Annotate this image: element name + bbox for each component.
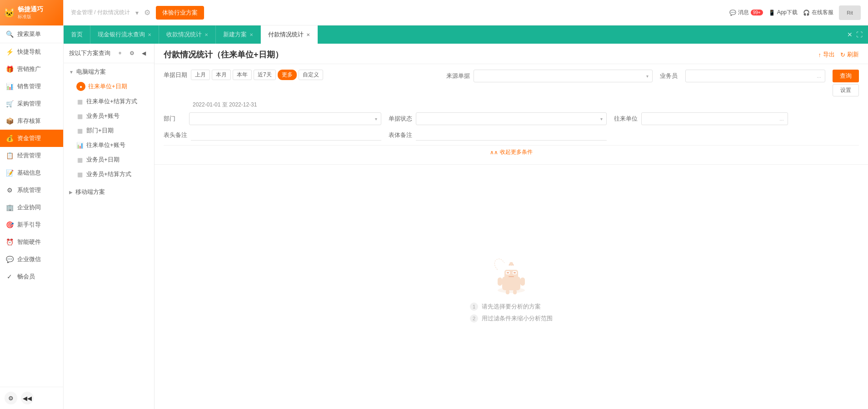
message-icon: 💬 (729, 10, 736, 16)
search-icon: 🔍 (5, 30, 14, 38)
scheme-item-salesperson-date[interactable]: ▦ 业务员+日期 (64, 152, 154, 167)
date-btn-this-year[interactable]: 本年 (233, 70, 252, 80)
sidebar-marketing-label: 营销推广 (17, 65, 41, 73)
sidebar-item-wechat[interactable]: 💬 企业微信 (0, 251, 63, 268)
header-note-input[interactable] (191, 130, 381, 141)
tab-new-scheme-close[interactable]: ✕ (249, 32, 253, 37)
sidebar-item-inventory[interactable]: 📦 库存核算 (0, 112, 63, 130)
date-filter-label: 单据日期 (164, 71, 187, 79)
active-scheme-indicator: ● (76, 82, 85, 91)
tab-receivable[interactable]: 收款情况统计 ✕ (159, 25, 216, 44)
online-service-btn[interactable]: 🎧 在线客服 (803, 9, 833, 16)
dept-select[interactable]: ▾ (189, 112, 381, 125)
sidebar-item-vip[interactable]: ✓ 畅会员 (0, 268, 63, 285)
source-select-arrow: ▾ (646, 74, 649, 79)
filter-area: 单据日期 上月 本月 本年 近7天 更多 自定义 来源单据 (155, 64, 868, 165)
settings-footer-icon[interactable]: ⚙ (5, 392, 17, 404)
scheme-counterpart-date-label: 往来单位+日期 (88, 82, 127, 91)
sidebar-guide-label: 新手引导 (17, 221, 41, 229)
source-filter: 来源单据 ▾ (446, 70, 653, 82)
scheme-counterpart-account-label: 往来单位+账号 (86, 141, 125, 149)
date-btn-this-month[interactable]: 本月 (212, 70, 231, 80)
collapse-sidebar-icon[interactable]: ◀◀ (21, 392, 34, 404)
sidebar-item-system[interactable]: ⚙ 系统管理 (0, 182, 63, 199)
add-scheme-btn[interactable]: + (115, 48, 125, 58)
date-range-text: 2022-01-01 至 2022-12-31 (193, 101, 257, 108)
scheme-table-icon-5: ▦ (76, 171, 84, 178)
sidebar-item-marketing[interactable]: 🎁 营销推广 (0, 61, 63, 78)
date-btn-more[interactable]: 更多 (278, 70, 297, 80)
date-buttons: 上月 本月 本年 近7天 更多 自定义 (191, 70, 323, 80)
sidebar-logo-icon: 🐱 (4, 7, 15, 18)
sidebar-item-search[interactable]: 🔍 搜索菜单 (0, 25, 63, 43)
scheme-item-salesperson-settlement[interactable]: ▦ 业务员+结算方式 (64, 167, 154, 182)
topbar-dropdown-icon[interactable]: ▾ (135, 9, 139, 16)
tab-home-label: 首页 (71, 30, 83, 39)
marketing-icon: 🎁 (5, 65, 14, 73)
status-filter: 单据状态 ▾ (389, 112, 606, 125)
sidebar-operations-label: 经营管理 (17, 151, 41, 160)
trial-btn[interactable]: 体验行业方案 (156, 6, 204, 20)
message-label: 消息 (738, 9, 749, 16)
sidebar-header: 🐱 畅捷通巧 标准版 (0, 0, 63, 25)
status-select[interactable]: ▾ (416, 112, 606, 125)
filter-settings-btn[interactable]: 设置 (833, 84, 859, 96)
avatar-text: Rit (847, 10, 853, 15)
tab-home[interactable]: 首页 (64, 25, 90, 44)
body-note-input[interactable] (416, 130, 606, 141)
date-btn-last-7[interactable]: 近7天 (254, 70, 276, 80)
sidebar-item-hardware[interactable]: ⏰ 智能硬件 (0, 233, 63, 251)
collapse-panel-btn[interactable]: ◀ (139, 48, 149, 58)
system-icon: ⚙ (5, 186, 14, 194)
mobile-scheme-group: ▶ 移动端方案 (64, 183, 154, 201)
export-btn[interactable]: ↑ 导出 (818, 50, 835, 59)
funds-icon: 💰 (5, 134, 14, 142)
sidebar-item-quick-nav[interactable]: ⚡ 快捷导航 (0, 43, 63, 61)
tab-new-scheme[interactable]: 新建方案 ✕ (216, 25, 261, 44)
basic-info-icon: 📝 (5, 169, 14, 177)
scheme-item-counterpart-account[interactable]: 📊 往来单位+账号 (64, 138, 154, 152)
sidebar-item-operations[interactable]: 📋 经营管理 (0, 147, 63, 164)
pc-group-header[interactable]: ▼ 电脑端方案 (64, 65, 154, 79)
sidebar-item-funds[interactable]: 💰 资金管理 (0, 130, 63, 147)
sidebar-item-basic-info[interactable]: 📝 基础信息 (0, 164, 63, 182)
collapse-arrows-icon: ∧∧ (490, 149, 498, 156)
topbar-settings-icon[interactable]: ⚙ (144, 8, 150, 17)
source-select[interactable]: ▾ (474, 70, 653, 82)
scheme-item-salesperson-account[interactable]: ▦ 业务员+账号 (64, 109, 154, 123)
scheme-item-counterpart-settlement[interactable]: ▦ 往来单位+结算方式 (64, 94, 154, 109)
scheme-item-dept-date[interactable]: ▦ 部门+日期 (64, 123, 154, 138)
sales-icon: 📊 (5, 82, 14, 91)
hardware-icon: ⏰ (5, 238, 14, 246)
app-download-icon: 📱 (768, 10, 775, 16)
tab-receivable-close[interactable]: ✕ (205, 32, 208, 37)
scheme-settings-btn[interactable]: ⚙ (127, 48, 137, 58)
maximize-window-icon[interactable]: ⛶ (856, 31, 863, 38)
salesperson-select[interactable]: … (685, 70, 825, 82)
mobile-group-header[interactable]: ▶ 移动端方案 (64, 185, 154, 199)
query-btn[interactable]: 查询 (833, 70, 859, 82)
scheme-item-counterpart-date[interactable]: ● 往来单位+日期 (64, 79, 154, 94)
tab-bank-close[interactable]: ✕ (148, 32, 151, 37)
refresh-btn[interactable]: ↻ 刷新 (840, 50, 859, 59)
date-btn-last-month[interactable]: 上月 (191, 70, 210, 80)
date-btn-custom[interactable]: 自定义 (299, 70, 323, 80)
collapse-filter-btn[interactable]: ∧∧ 收起更多条件 (164, 145, 859, 159)
sidebar-item-enterprise[interactable]: 🏢 企业协同 (0, 199, 63, 216)
counterpart-select[interactable]: … (641, 112, 788, 125)
message-badge: 99+ (751, 10, 763, 15)
tab-payment[interactable]: 付款情况统计 ✕ (261, 25, 318, 44)
close-window-icon[interactable]: ✕ (847, 31, 853, 38)
empty-illustration (489, 252, 534, 297)
tab-bank[interactable]: 现金银行流水查询 ✕ (90, 25, 159, 44)
sidebar-item-sales[interactable]: 📊 销售管理 (0, 78, 63, 95)
message-btn[interactable]: 💬 消息 99+ (729, 9, 763, 16)
sidebar-item-purchase[interactable]: 🛒 采购管理 (0, 95, 63, 112)
operations-icon: 📋 (5, 151, 14, 160)
sidebar-item-guide[interactable]: 🎯 新手引导 (0, 216, 63, 233)
app-download-btn[interactable]: 📱 App下载 (768, 9, 798, 16)
date-filter: 单据日期 上月 本月 本年 近7天 更多 自定义 (164, 70, 439, 80)
tab-payment-close[interactable]: ✕ (306, 32, 310, 37)
user-avatar[interactable]: Rit (839, 5, 861, 20)
sidebar-system-label: 系统管理 (17, 186, 41, 194)
